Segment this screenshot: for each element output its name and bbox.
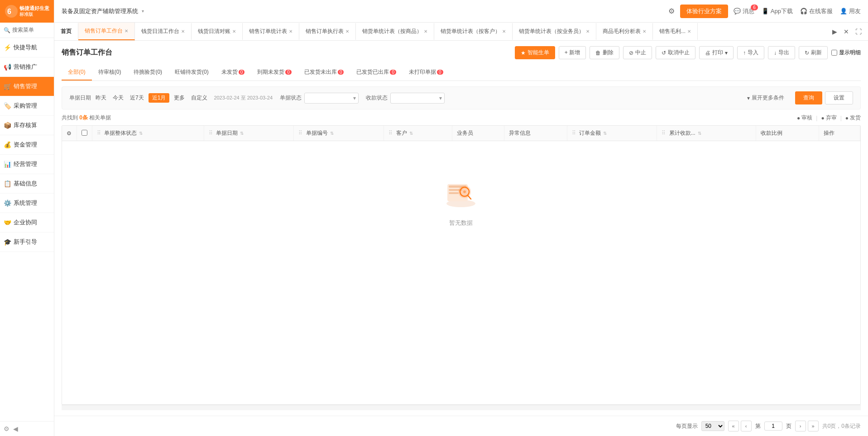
search-menu[interactable]: 🔍 搜索菜单 (0, 23, 54, 38)
tab-sales-stats[interactable]: 销售订单统计表 ✕ (243, 23, 299, 40)
tab-close-cash-reconcile[interactable]: ✕ (232, 29, 236, 34)
tab-close-sales-summary-customer[interactable]: ✕ (502, 29, 506, 34)
sub-tab-pending-review[interactable]: 待审核(0) (92, 65, 128, 81)
prev-page-button[interactable]: ‹ (741, 421, 752, 431)
sort-number-icon[interactable]: ⇅ (330, 131, 334, 136)
app-download-item[interactable]: 📱 App下载 (762, 7, 793, 15)
sub-tab-all[interactable]: 全部(0) (62, 65, 92, 81)
th-drag-date[interactable]: ⠿ (209, 130, 213, 136)
tab-sales-more[interactable]: 销售毛利... ✕ (653, 23, 698, 40)
date-opt-7days[interactable]: 近7天 (128, 93, 146, 103)
tab-cash-reconcile[interactable]: 钱货日清对账 ✕ (192, 23, 243, 40)
date-opt-yesterday[interactable]: 昨天 (94, 93, 108, 103)
tab-cash-daily[interactable]: 钱货日清工作台 ✕ (135, 23, 192, 40)
filter-status-select[interactable] (304, 93, 359, 104)
next-page-button[interactable]: › (795, 421, 806, 431)
sort-status-icon[interactable]: ⇅ (139, 131, 143, 136)
first-page-button[interactable]: « (728, 421, 739, 431)
tab-sales-exec[interactable]: 销售订单执行表 ✕ (299, 23, 356, 40)
date-opt-custom[interactable]: 自定义 (189, 93, 209, 103)
tab-sales-summary-product[interactable]: 销货单统计表（按商品） ✕ (356, 23, 434, 40)
tab-close-all-button[interactable]: ✕ (841, 26, 852, 37)
last-page-button[interactable]: » (808, 421, 819, 431)
page-size-select[interactable]: 10 20 50 100 (701, 421, 724, 431)
th-drag-customer[interactable]: ⠿ (388, 130, 393, 136)
sidebar-item-system[interactable]: ⚙️ 系统管理 (0, 194, 54, 213)
topbar-settings-icon[interactable]: ⚙ (668, 7, 675, 15)
tab-home[interactable]: 首页 (54, 23, 78, 40)
th-drag-amount[interactable]: ⠿ (572, 130, 576, 136)
tab-scroll-right-button[interactable]: ▶ (830, 26, 840, 37)
tab-close-sales-summary-product[interactable]: ✕ (424, 29, 427, 34)
th-settings[interactable]: ⚙ (62, 126, 77, 141)
tab-close-sales-workbench[interactable]: ✕ (125, 28, 128, 33)
sub-tab-shipped-out[interactable]: 已发货已出库0 (350, 65, 403, 81)
message-icon-item[interactable]: 💬 消息 6 (734, 7, 754, 15)
sidebar-item-enterprise[interactable]: 🤝 企业协同 (0, 213, 54, 232)
th-checkbox[interactable] (77, 126, 92, 141)
tab-sales-summary-staff[interactable]: 销货单统计表（按业务员） ✕ (513, 23, 596, 40)
sub-tab-not-shipped[interactable]: 未发货0 (215, 65, 251, 81)
sort-customer-icon[interactable]: ⇅ (409, 131, 413, 136)
tab-close-sales-exec[interactable]: ✕ (345, 29, 349, 34)
settings-filter-button[interactable]: 设置 (825, 91, 853, 104)
sidebar-item-purchase[interactable]: 🏷️ 采购管理 (0, 96, 54, 116)
tab-close-cash-daily[interactable]: ✕ (181, 29, 185, 34)
show-detail-checkbox-label[interactable]: 显示明细 (831, 49, 861, 57)
cancel-stop-button[interactable]: ↺ 取消中止 (656, 46, 695, 59)
batch-cancel-button[interactable]: ● 弃审 (821, 114, 836, 122)
refresh-button[interactable]: ↻ 刷新 (799, 46, 828, 59)
sub-tab-expired-not-shipped[interactable]: 到期未发货0 (251, 65, 298, 81)
sidebar-item-base-info[interactable]: 📋 基础信息 (0, 174, 54, 194)
print-button[interactable]: 🖨 打印 ▾ (699, 46, 734, 59)
tab-sales-workbench[interactable]: 销售订单工作台 ✕ (78, 23, 135, 40)
th-drag-collected[interactable]: ⠿ (662, 130, 666, 136)
settings-bottom-icon[interactable]: ⚙ (4, 425, 10, 432)
filter-payment-select[interactable] (390, 93, 445, 104)
date-opt-1month[interactable]: 近1月 (149, 93, 170, 103)
th-drag-status[interactable]: ⠿ (97, 130, 101, 136)
add-button[interactable]: + 新增 (559, 46, 586, 59)
tab-close-sales-more[interactable]: ✕ (687, 29, 691, 34)
expand-more-button[interactable]: ▾ 展开更多条件 (747, 94, 784, 102)
topbar-dropdown-arrow[interactable]: ▾ (142, 9, 144, 14)
sidebar-item-quick-nav[interactable]: ⚡ 快捷导航 (0, 38, 54, 57)
sort-collected-icon[interactable]: ⇅ (698, 131, 701, 136)
sub-tab-not-printed[interactable]: 未打印单据0 (403, 65, 450, 81)
sidebar-item-sales[interactable]: 🛒 销售管理 (0, 77, 54, 96)
delete-button[interactable]: 🗑 删除 (590, 46, 619, 59)
industry-solution-button[interactable]: 体验行业方案 (680, 5, 728, 18)
sub-tab-wangpu-pending[interactable]: 旺铺待发货(0) (168, 65, 215, 81)
sidebar-item-marketing[interactable]: 📢 营销推广 (0, 57, 54, 77)
sidebar-item-inventory[interactable]: 📦 库存核算 (0, 116, 54, 135)
tab-sales-summary-customer[interactable]: 销货单统计表（按客户） ✕ (434, 23, 513, 40)
batch-audit-button[interactable]: ● 审核 (797, 114, 812, 122)
date-opt-today[interactable]: 今天 (111, 93, 125, 103)
sub-tab-pending-inspect[interactable]: 待挑验货(0) (127, 65, 168, 81)
tab-close-product-margin[interactable]: ✕ (643, 29, 646, 34)
sidebar-item-operation[interactable]: 📊 经营管理 (0, 155, 54, 174)
show-detail-checkbox[interactable] (831, 50, 837, 56)
export-button[interactable]: ↓ 导出 (768, 46, 795, 59)
date-opt-more[interactable]: 更多 (172, 93, 187, 103)
sort-amount-icon[interactable]: ⇅ (603, 131, 607, 136)
sidebar-item-finance[interactable]: 💰 资金管理 (0, 135, 54, 155)
smart-generate-button[interactable]: ★ 智能生单 (515, 46, 555, 59)
th-drag-number[interactable]: ⠿ (298, 130, 302, 136)
sidebar-item-newbie[interactable]: 🎓 新手引导 (0, 232, 54, 252)
import-button[interactable]: ↑ 导入 (737, 46, 764, 59)
query-button[interactable]: 查询 (795, 91, 822, 104)
select-all-checkbox[interactable] (82, 130, 87, 136)
tab-close-sales-summary-staff[interactable]: ✕ (586, 29, 590, 34)
tab-maximize-button[interactable]: ⛶ (853, 26, 864, 37)
batch-ship-button[interactable]: ● 发货 (845, 114, 861, 122)
tab-close-sales-stats[interactable]: ✕ (289, 29, 293, 34)
online-service-item[interactable]: 🎧 在线客服 (800, 7, 833, 15)
stop-button[interactable]: ⊘ 中止 (623, 46, 652, 59)
horizontal-scrollbar[interactable] (62, 405, 861, 410)
sub-tab-shipped-not-out[interactable]: 已发货未出库0 (298, 65, 350, 81)
sort-date-icon[interactable]: ⇅ (240, 131, 244, 136)
tab-product-margin[interactable]: 商品毛利分析表 ✕ (596, 23, 653, 40)
user-item[interactable]: 👤 用友 (840, 7, 861, 15)
collapse-sidebar-icon[interactable]: ◀ (13, 425, 18, 432)
